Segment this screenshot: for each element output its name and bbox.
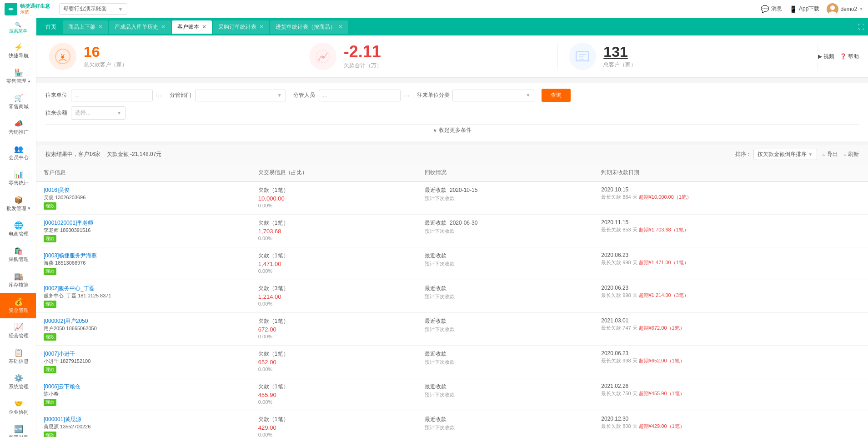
sort-select-wrap: 排序： 按欠款金额倒序排序 ▼ (735, 149, 817, 160)
store-selector[interactable]: 母婴行业演示账套 ▼ (59, 3, 127, 15)
customer-code-link-5[interactable]: [0007]小进千 (44, 351, 75, 357)
debt-amount-6[interactable]: 455.90 (258, 392, 410, 398)
tab-production-history[interactable]: 产成品入库单历史 ✕ (109, 20, 171, 34)
overdue-link-1[interactable]: 超期¥1,703.68（1笔） (639, 227, 689, 232)
help-btn[interactable]: ❓ 帮助 (840, 53, 859, 60)
overdue-link-5[interactable]: 超期¥652.00（1笔） (639, 358, 685, 363)
dept-select[interactable]: ​ ▼ (195, 90, 286, 101)
user-chevron-icon: ▼ (859, 6, 863, 11)
tab-minimize-btn[interactable]: − (851, 23, 854, 30)
overdue-info-6: 最长欠款 750 天 超期¥455.90（1笔） (601, 390, 861, 397)
debt-amount-3[interactable]: 1,214.00 (258, 293, 410, 300)
manager-input[interactable] (319, 90, 401, 101)
user-profile[interactable]: demo2 ▼ (827, 3, 863, 15)
cell-debt-5: 欠款（1笔） 652.00 0.00% (251, 346, 417, 378)
manager-dots[interactable]: ··· (403, 92, 410, 99)
avatar (827, 3, 838, 15)
customer-code-link-7[interactable]: [000001]黄思源 (44, 416, 81, 422)
customer-code-link-2[interactable]: [0003]畅捷服务尹海燕 (44, 252, 97, 259)
sidebar-item-enterprise-coop[interactable]: 🤝 企业协同 (0, 395, 36, 420)
sidebar-item-quick-nav[interactable]: ⚡ 快捷导航 (0, 38, 36, 64)
stat-total-customers-info: 131 总客户（家） (603, 45, 807, 69)
debt-amount-0[interactable]: 10,000.00 (258, 195, 410, 202)
overdue-link-2[interactable]: 超期¥1,471.00（1笔） (639, 260, 689, 265)
sidebar-item-retail-store[interactable]: 🛒 零售商城 (0, 89, 36, 115)
stat-icon-amount: ⋄ (309, 43, 336, 70)
table-row: [0007]小进千 小进千 18279152100 现款 欠款（1笔） 652.… (36, 346, 868, 378)
filter-row-2: 往来余额 选择... ▼ (45, 106, 859, 120)
filter-row-1: 往来单位 ··· 分管部门 ​ ▼ 分管人员 (45, 89, 859, 102)
cell-due-0: 2020.10.15 最长欠款 884 天 超期¥10,000.00（1笔） (594, 181, 868, 215)
tab-close-product-status[interactable]: ✕ (98, 24, 103, 30)
unit-category-select[interactable]: ​ ▼ (452, 90, 534, 101)
due-date-0: 2020.10.15 (601, 186, 861, 193)
customer-code-link-1[interactable]: [0001020001]李老师 (44, 220, 93, 226)
customer-phone-6: 陈小希 (44, 391, 244, 397)
finance-icon: 💰 (3, 297, 34, 306)
collapse-more-btn[interactable]: ∧ 收起更多条件 (45, 124, 859, 136)
customer-code-link-6[interactable]: [0006]云下粮仓 (44, 383, 80, 390)
overdue-link-0[interactable]: 超期¥10,000.00（1笔） (639, 194, 692, 200)
stat-debt-customers-value: 16 (84, 45, 287, 59)
customer-code-link-4[interactable]: [000002]用户2050 (44, 318, 88, 324)
sidebar-item-operations[interactable]: 📈 经营管理 (0, 318, 36, 344)
table-row: [0016]吴俊 吴俊 13026203696 现款 欠款（1笔） 10,000… (36, 181, 868, 215)
source-unit-dots[interactable]: ··· (156, 92, 162, 99)
logo-text: 畅捷通好生意 示范 (20, 3, 50, 15)
sidebar-item-marketing[interactable]: 📣 营销推广 (0, 115, 36, 140)
debt-amount-2[interactable]: 1,471.00 (258, 261, 410, 267)
stat-debt-amount-value: -2.11 (344, 44, 547, 60)
sidebar-item-new-guide[interactable]: 🆕 新手引导 (0, 420, 36, 437)
cell-recovery-2: 最近收款 预计下次收款 (417, 247, 594, 280)
sidebar-item-retail-mgmt[interactable]: 🏪 零售管理 ▲ (0, 64, 36, 89)
customer-code-link-3[interactable]: [0002]服务中心_丁磊 (44, 285, 95, 291)
sidebar-item-purchase[interactable]: 🛍️ 采购管理 (0, 242, 36, 267)
sidebar-item-member[interactable]: 👥 会员中心 (0, 140, 36, 166)
sidebar-item-finance[interactable]: 💰 资金管理 (0, 293, 36, 318)
tab-maximize-btn[interactable]: ⛶ (858, 23, 864, 30)
tab-product-status[interactable]: 商品上下架 ✕ (63, 20, 108, 34)
view-video-btn[interactable]: ▶ 视频 (818, 53, 834, 60)
tab-close-production-history[interactable]: ✕ (161, 24, 166, 30)
debt-amount-7[interactable]: 429.00 (258, 424, 410, 431)
customer-phone-3: 服务中心_丁磊 181 0125 8371 (44, 292, 244, 299)
overdue-link-4[interactable]: 超期¥672.00（1笔） (639, 325, 685, 331)
app-download-btn[interactable]: 📱 App下载 (789, 5, 819, 13)
sidebar-item-basic-info[interactable]: 📋 基础信息 (0, 344, 36, 369)
sidebar-search[interactable]: 🔍 搜索菜单 (0, 18, 36, 38)
search-icon: 🔍 (15, 22, 21, 27)
tab-close-purchase-order-stats[interactable]: ✕ (259, 24, 264, 30)
refresh-btn[interactable]: ○ 刷新 (843, 151, 859, 158)
help-icon: ❓ (840, 53, 847, 60)
sidebar-item-batch-mgmt[interactable]: 📦 批发管理 ▼ (0, 191, 36, 216)
message-btn[interactable]: 💬 消息 (761, 5, 782, 13)
balance-select[interactable]: 选择... ▼ (71, 106, 125, 120)
overdue-link-3[interactable]: 超期¥1,214.00（3笔） (639, 292, 689, 298)
overdue-link-7[interactable]: 超期¥429.00（1笔） (639, 423, 685, 429)
debt-amount-1[interactable]: 1,703.68 (258, 228, 410, 235)
tab-inbound-stats[interactable]: 进货单统计表（按商品） ✕ (270, 20, 348, 34)
debt-amount-4[interactable]: 672.00 (258, 326, 410, 333)
svg-text:⋄: ⋄ (321, 54, 325, 60)
query-button[interactable]: 查询 (542, 89, 571, 102)
filter-dept: 分管部门 ​ ▼ (170, 90, 286, 101)
cell-customer-3: [0002]服务中心_丁磊 服务中心_丁磊 181 0125 8371 现款 (36, 280, 251, 313)
export-btn[interactable]: ○ 导出 (823, 151, 838, 158)
overdue-link-6[interactable]: 超期¥455.90（1笔） (639, 391, 685, 396)
sidebar-item-inventory[interactable]: 🏬 库存核算 (0, 267, 36, 293)
source-unit-input[interactable] (71, 90, 153, 101)
sort-select[interactable]: 按欠款金额倒序排序 ▼ (753, 149, 817, 160)
cell-customer-0: [0016]吴俊 吴俊 13026203696 现款 (36, 181, 251, 215)
customer-code-link-0[interactable]: [0016]吴俊 (44, 187, 70, 193)
tab-home[interactable]: 首页 (40, 20, 62, 34)
sidebar-item-retail-stats[interactable]: 📊 零售统计 (0, 166, 36, 191)
table-row: [000002]用户2050 用户2050 18665062050 现款 欠款（… (36, 313, 868, 346)
sidebar-item-system[interactable]: ⚙️ 系统管理 (0, 369, 36, 395)
unit-category-chevron-icon: ▼ (526, 93, 530, 98)
tab-customer-account[interactable]: 客户账本 ✕ (172, 20, 212, 34)
debt-amount-5[interactable]: 652.00 (258, 359, 410, 366)
tab-close-customer-account[interactable]: ✕ (202, 24, 206, 30)
tab-purchase-order-stats[interactable]: 采购订单统计表 ✕ (213, 20, 269, 34)
tab-close-inbound-stats[interactable]: ✕ (338, 24, 343, 30)
sidebar-item-ecommerce[interactable]: 🌐 电商管理 (0, 216, 36, 242)
